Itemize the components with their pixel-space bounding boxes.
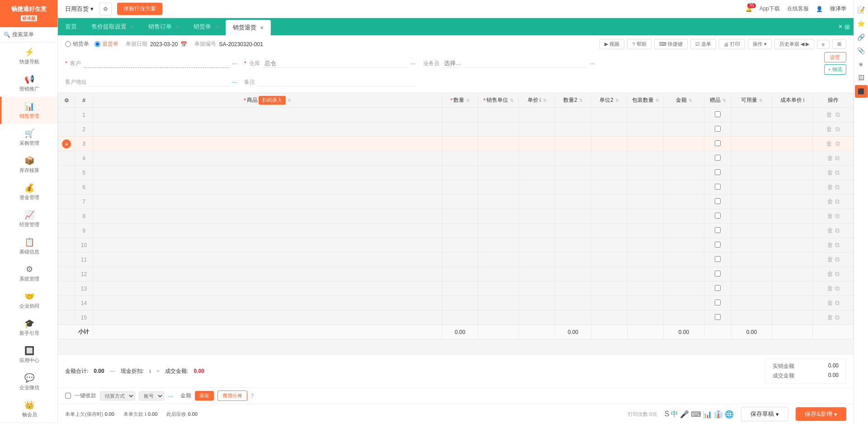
online-service-link[interactable]: 在线客服 — [787, 5, 809, 13]
delete-row-icon[interactable]: 🗑 — [826, 125, 832, 133]
trial-button[interactable]: 体验行业方案 — [117, 3, 162, 15]
pkg-cell[interactable] — [627, 108, 664, 122]
radio-return[interactable]: 退货单 — [94, 40, 118, 48]
product-cell[interactable] — [93, 137, 442, 151]
user-name[interactable]: 徐泽华 — [830, 5, 846, 13]
cost-cell[interactable] — [772, 122, 813, 137]
shortcut-button[interactable]: ⌨ 快捷键 — [654, 39, 688, 49]
address-lookup-icon[interactable]: ··· — [231, 78, 237, 86]
pkg-cell[interactable] — [627, 122, 664, 137]
select-button[interactable]: ☑ 选单 — [690, 39, 716, 49]
radio-delivery[interactable]: 销货单 — [65, 40, 89, 48]
right-panel-notes[interactable]: 📝 — [855, 4, 868, 16]
calendar-icon[interactable]: 📅 — [180, 41, 187, 48]
tab-sales-order[interactable]: 销售订单 ✕ — [141, 19, 186, 34]
price-sort-icon[interactable]: ⇅ — [543, 98, 547, 103]
taskbar-icon-3[interactable]: 🎤 — [680, 410, 689, 419]
delete-row-icon[interactable]: 🗑 — [827, 183, 833, 191]
app-download-link[interactable]: App下载 — [760, 5, 780, 13]
copy-row-icon[interactable]: ⧉ — [835, 140, 840, 147]
notification-bell[interactable]: 🔔 70 — [745, 6, 752, 12]
copy-row-icon[interactable]: ⧉ — [835, 183, 840, 191]
sidebar-item-shortcut[interactable]: ⚡ 快捷导航 — [0, 43, 57, 70]
sidebar-item-purchase[interactable]: 🛒 采购管理 — [0, 124, 57, 151]
salesperson-input[interactable] — [442, 59, 587, 68]
right-panel-active[interactable]: ⬛ — [855, 85, 868, 98]
add-logistics-button[interactable]: + 物流 — [824, 64, 846, 75]
delete-row-icon[interactable]: 🗑 — [827, 154, 833, 162]
copy-row-icon[interactable]: ⧉ — [835, 125, 840, 133]
tab-sales-delivery[interactable]: 销货单 ✕ — [186, 19, 226, 34]
qty2-cell[interactable] — [555, 122, 591, 137]
sidebar-item-guide[interactable]: 🎓 新手引导 — [0, 314, 57, 341]
sidebar-item-wechat[interactable]: 💬 企业微信 — [0, 368, 57, 395]
copy-row-icon[interactable]: ⧉ — [835, 212, 840, 219]
sidebar-item-operation[interactable]: 📈 经营管理 — [0, 205, 57, 233]
customer-lookup-icon[interactable]: ··· — [231, 60, 237, 67]
operate-button[interactable]: 操作 ▾ — [748, 39, 772, 49]
address-input[interactable] — [90, 77, 229, 86]
right-panel-star[interactable]: ⭐ — [855, 17, 868, 30]
tab-sales-delivery-close[interactable]: ✕ — [215, 24, 218, 29]
right-panel-image[interactable]: 🖼 — [855, 71, 868, 84]
pkg-sort-icon[interactable]: ⇅ — [656, 98, 659, 103]
delete-row-icon[interactable]: 🗑 — [826, 140, 832, 147]
sidebar-item-finance[interactable]: 💰 资金管理 — [0, 178, 57, 205]
copy-row-icon[interactable]: ⧉ — [835, 299, 840, 306]
tab-price-setting[interactable]: 售价提取设置 ✕ — [84, 19, 141, 34]
price-cell[interactable] — [519, 122, 555, 137]
note-input[interactable] — [258, 77, 416, 86]
copy-row-icon[interactable]: ⧉ — [835, 256, 840, 263]
setup-button[interactable]: 设置 — [824, 52, 846, 62]
product-input[interactable] — [97, 140, 438, 147]
unit2-cell[interactable] — [591, 137, 627, 151]
taskbar-icon-1[interactable]: S — [665, 410, 670, 418]
copy-row-icon[interactable]: ⧉ — [835, 169, 840, 176]
sort-icon[interactable]: ⇅ — [288, 98, 291, 103]
unit-sort-icon[interactable]: ⇅ — [510, 98, 514, 103]
account-select[interactable]: 账号 — [139, 391, 164, 400]
gift-cell[interactable] — [704, 108, 731, 122]
delete-row-icon[interactable]: 🗑 — [826, 111, 832, 118]
sidebar-item-marketing[interactable]: 📢 营销推广 — [0, 70, 57, 97]
taskbar-icon-4[interactable]: ⌨ — [691, 410, 701, 419]
radio-delivery-input[interactable] — [65, 41, 71, 47]
right-panel-fav[interactable]: ★ — [855, 58, 868, 71]
product-cell[interactable] — [93, 108, 442, 122]
view-list-btn[interactable]: ≡ — [817, 40, 830, 49]
delete-row-icon[interactable]: 🗑 — [827, 314, 833, 321]
qty-cell[interactable] — [442, 137, 478, 151]
cost-cell[interactable] — [772, 108, 813, 122]
qty2-cell[interactable] — [555, 137, 591, 151]
sidebar-item-system[interactable]: ⚙ 系统管理 — [0, 260, 57, 287]
radio-return-input[interactable] — [94, 41, 100, 47]
qty-cell[interactable] — [442, 108, 478, 122]
history-button[interactable]: 历史单据 ◀ ▶ — [774, 39, 814, 49]
copy-row-icon[interactable]: ⧉ — [835, 314, 840, 321]
qty-cell[interactable] — [442, 122, 478, 137]
delete-row-icon[interactable]: 🗑 — [827, 285, 833, 292]
view-grid-btn[interactable]: ⊞ — [832, 39, 846, 49]
copy-row-icon[interactable]: ⧉ — [835, 241, 840, 248]
tab-home[interactable]: 首页 — [58, 19, 84, 34]
gift-cell[interactable] — [704, 122, 731, 137]
delete-row-icon[interactable]: 🗑 — [827, 198, 833, 205]
right-panel-attach[interactable]: 📎 — [855, 44, 868, 57]
available-cell[interactable] — [731, 137, 772, 151]
save-draft-button[interactable]: 保存草稿 ▾ — [741, 407, 788, 421]
delete-row-icon[interactable]: 🗑 — [827, 241, 833, 248]
copy-row-icon[interactable]: ⧉ — [835, 111, 840, 118]
customer-input[interactable] — [84, 59, 229, 68]
th-config[interactable]: ⚙ — [58, 93, 75, 108]
fee-help-icon[interactable]: ? — [251, 393, 254, 399]
warehouse-input[interactable] — [263, 59, 408, 68]
qty-sort-icon[interactable]: ⇅ — [466, 98, 470, 103]
one-click-payment-checkbox[interactable] — [65, 393, 71, 399]
gift-sort-icon[interactable]: ⇅ — [722, 98, 726, 103]
add-payment-button[interactable]: 添加 — [195, 391, 214, 400]
unit-cell[interactable] — [478, 122, 519, 137]
fee-split-button[interactable]: 费用分摊 — [217, 391, 247, 401]
search-menu[interactable]: 🔍 搜索菜单 — [0, 27, 57, 43]
pkg-cell[interactable] — [627, 137, 664, 151]
unit2-cell[interactable] — [591, 108, 627, 122]
